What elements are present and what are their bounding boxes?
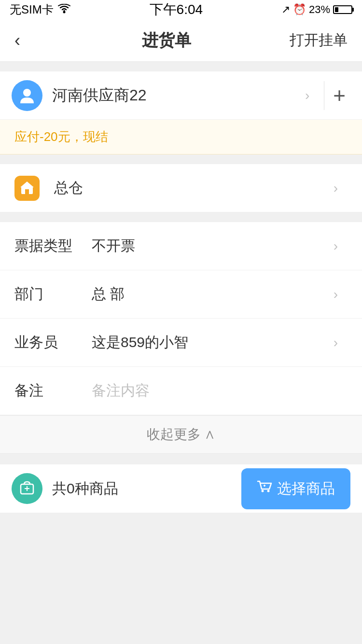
- nav-bar: ‹ 进货单 打开挂单: [0, 19, 362, 62]
- open-pending-button[interactable]: 打开挂单: [290, 30, 348, 50]
- supplier-name: 河南供应商22: [52, 85, 305, 106]
- vertical-divider: [324, 81, 324, 110]
- salesperson-chevron-icon: ›: [334, 335, 338, 350]
- bottom-bar: 共0种商品 选择商品: [0, 464, 362, 513]
- svg-point-1: [23, 89, 31, 97]
- back-button[interactable]: ‹: [14, 30, 43, 51]
- invoice-type-row[interactable]: 票据类型 不开票 ›: [0, 222, 362, 270]
- select-product-button[interactable]: 选择商品: [241, 468, 350, 509]
- remark-label: 备注: [14, 381, 72, 401]
- time-label: 下午6:04: [150, 0, 203, 19]
- section-gap-1: [0, 62, 362, 71]
- warehouse-name: 总仓: [54, 178, 334, 198]
- page-title: 进货单: [43, 29, 290, 52]
- svg-point-9: [267, 490, 270, 492]
- salesperson-value: 这是859的小智: [92, 333, 334, 352]
- invoice-type-chevron-icon: ›: [334, 238, 338, 254]
- cart-icon: [257, 480, 272, 497]
- wifi-icon: [57, 3, 71, 16]
- remark-input[interactable]: 备注内容: [92, 381, 348, 401]
- salesperson-row[interactable]: 业务员 这是859的小智 ›: [0, 319, 362, 367]
- svg-marker-3: [20, 182, 34, 187]
- alarm-icon: ⏰: [293, 3, 306, 16]
- main-content: 河南供应商22 › + 应付-20元，现结 总仓 › 票据类型 不开票 ›: [0, 62, 362, 644]
- svg-point-0: [63, 11, 65, 14]
- chevron-right-icon: ›: [305, 88, 309, 103]
- svg-point-8: [262, 490, 264, 492]
- warehouse-row[interactable]: 总仓 ›: [0, 164, 362, 212]
- salesperson-label: 业务员: [14, 333, 72, 352]
- department-chevron-icon: ›: [334, 287, 338, 302]
- status-left: 无SIM卡: [10, 2, 71, 17]
- section-gap-4: [0, 454, 362, 463]
- location-icon: ↗: [281, 3, 290, 16]
- battery-percent: 23%: [309, 3, 330, 16]
- supplier-row[interactable]: 河南供应商22 › +: [0, 71, 362, 120]
- notice-bar: 应付-20元，现结: [0, 120, 362, 154]
- warehouse-icon-wrap: [14, 176, 40, 201]
- remark-row[interactable]: 备注 备注内容: [0, 367, 362, 415]
- form-section: 票据类型 不开票 › 部门 总 部 › 业务员 这是859的小智 › 备注 备注…: [0, 222, 362, 415]
- carrier-label: 无SIM卡: [10, 2, 54, 17]
- battery-icon: [333, 5, 352, 14]
- status-bar: 无SIM卡 下午6:04 ↗ ⏰ 23%: [0, 0, 362, 19]
- invoice-type-label: 票据类型: [14, 236, 72, 256]
- department-label: 部门: [14, 284, 72, 304]
- collapse-row[interactable]: 收起更多 ∧: [0, 415, 362, 454]
- product-count: 共0种商品: [52, 479, 241, 499]
- invoice-type-value: 不开票: [92, 236, 334, 256]
- section-gap-2: [0, 154, 362, 164]
- add-supplier-button[interactable]: +: [328, 85, 350, 106]
- department-value: 总 部: [92, 284, 334, 304]
- svg-rect-4: [25, 189, 29, 194]
- status-right: ↗ ⏰ 23%: [281, 3, 352, 16]
- section-gap-3: [0, 212, 362, 222]
- supplier-avatar: [12, 80, 42, 111]
- warehouse-chevron-icon: ›: [334, 181, 338, 196]
- select-product-label: 选择商品: [277, 479, 335, 499]
- department-row[interactable]: 部门 总 部 ›: [0, 270, 362, 319]
- product-icon-wrap: [12, 473, 42, 504]
